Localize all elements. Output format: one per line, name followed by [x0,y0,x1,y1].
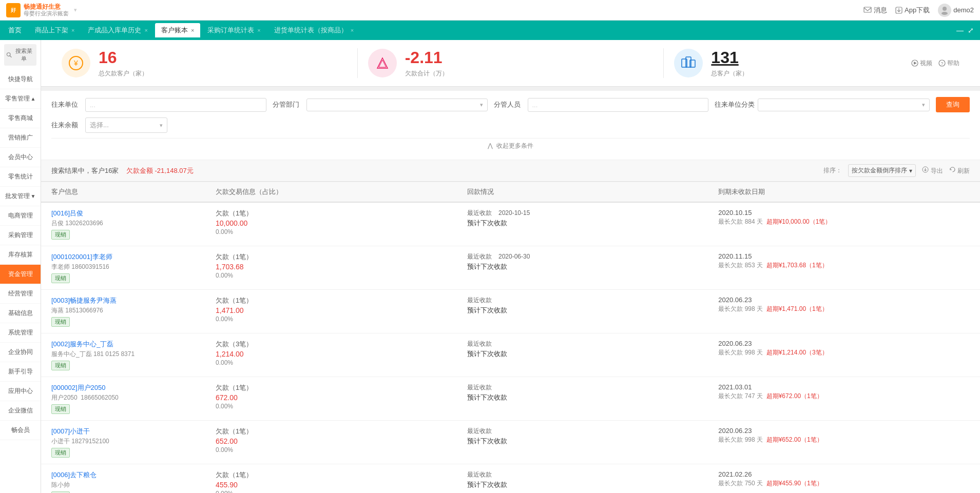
overdue-amount-link[interactable]: 超期¥672.00（1笔） [766,392,823,400]
chevron-down-icon: ▾ [480,102,483,108]
sidebar-item-enterprise-wechat[interactable]: 企业微信 [0,401,41,421]
filter-row-2: 往来余额 选择... ▾ [51,117,970,133]
header-right: 消息 App下载 demo2 [863,4,974,17]
sidebar-item-finance[interactable]: 资金管理 [0,265,41,284]
sidebar-item-marketing[interactable]: 营销推广 [0,128,41,148]
app-download-btn[interactable]: App下载 [895,6,930,15]
svg-text:¥: ¥ [73,59,78,67]
dropdown-indicator[interactable]: ▾ [74,7,77,13]
sidebar-item-basic-info[interactable]: 基础信息 [0,304,41,323]
svg-point-5 [7,53,10,56]
sidebar-item-member[interactable]: 会员中心 [0,148,41,167]
customer-tag: 现销 [51,404,70,414]
filter-from-unit: 往来单位 ... [51,98,266,112]
overdue-amount-link[interactable]: 超期¥1,703.68（1笔） [766,262,828,269]
overdue-amount-link[interactable]: 超期¥455.90（1笔） [766,480,823,487]
customer-name[interactable]: [0006]去下粮仓 [51,470,216,480]
export-btn[interactable]: 导出 [922,166,943,175]
collapse-bar[interactable]: ⋀ 收起更多条件 [51,138,970,153]
sidebar-item-vip[interactable]: 畅会员 [0,421,41,440]
total-debt-icon [368,49,397,77]
sidebar-item-inventory[interactable]: 库存核算 [0,245,41,265]
recovery-cell: 最近收款 预计下次收款 [467,296,719,315]
due-date-cell: 2020.11.15 最长欠款 853 天 超期¥1,703.68（1笔） [718,252,970,270]
sidebar-item-app-center[interactable]: 应用中心 [0,382,41,401]
video-btn[interactable]: 视频 [911,59,932,68]
customer-tag: 现销 [51,317,70,327]
minimize-btn[interactable]: — [956,26,964,34]
total-debt-value: -2.11 [405,48,448,67]
search-menu-btn[interactable]: 搜索菜单 [4,44,36,66]
sidebar-item-system[interactable]: 系统管理 [0,323,41,343]
message-btn[interactable]: 消息 [863,6,887,15]
recovery-cell: 最近收款 预计下次收款 [467,470,719,489]
customer-name[interactable]: [0003]畅捷服务尹海蒸 [51,296,216,305]
close-icon[interactable]: × [257,27,260,33]
tab-inventory-stats[interactable]: 进货单统计表（按商品） × [268,23,360,37]
sidebar-item-batch-mgmt[interactable]: 批发管理▼ [0,187,41,206]
close-icon[interactable]: × [191,27,194,33]
filter-unit-category: 往来单位分类 ▾ [715,98,930,111]
sidebar-item-quick-nav[interactable]: 快捷导航 [0,70,41,89]
chevron-down-icon: ▾ [160,122,163,129]
close-icon[interactable]: × [144,27,147,33]
from-unit-input[interactable]: ... [85,98,266,112]
overdue-amount-link[interactable]: 超期¥1,471.00（1笔） [766,305,828,312]
close-icon[interactable]: × [351,27,354,33]
tab-purchase-order[interactable]: 采购订单统计表 × [201,23,266,37]
due-date-cell: 2020.06.23 最长欠款 998 天 超期¥1,471.00（1笔） [718,296,970,313]
results-bar: 搜索结果中，客户16家 欠款金额 -21,148.07元 排序： 按欠款金额倒序… [41,160,980,182]
tab-home[interactable]: 首页 [2,23,28,37]
refresh-btn[interactable]: 刷新 [949,166,970,175]
help-icon: ? [938,60,946,67]
customer-name[interactable]: [0002]服务中心_丁磊 [51,340,216,349]
sidebar-item-retail-stats[interactable]: 零售统计 [0,167,41,187]
filter-division: 分管部门 ▾ [273,98,488,111]
search-btn[interactable]: 查询 [936,97,970,112]
overdue-amount-link[interactable]: 超期¥652.00（1笔） [766,436,823,443]
sidebar-item-ecommerce[interactable]: 电商管理 [0,206,41,226]
debt-info-cell: 欠款（1笔） 652.00 0.00% [216,427,467,453]
sidebar-item-ops[interactable]: 经营管理 [0,284,41,304]
help-btn[interactable]: ? 帮助 [938,59,959,68]
close-icon[interactable]: × [71,27,74,33]
customer-name[interactable]: [0016]吕俊 [51,209,216,218]
manager-input[interactable]: ... [528,98,709,112]
sidebar-item-purchase[interactable]: 采购管理 [0,226,41,245]
sidebar-item-newbie[interactable]: 新手引导 [0,362,41,382]
user-avatar[interactable]: demo2 [938,4,974,17]
unit-category-select[interactable]: ▾ [758,98,930,111]
total-customers-value: 131 [711,48,903,67]
due-date-cell: 2021.02.26 最长欠款 750 天 超期¥455.90（1笔） [718,470,970,488]
due-date-cell: 2020.06.23 最长欠款 998 天 超期¥1,214.00（3笔） [718,340,970,357]
customer-contact: 海蒸 18513066976 [51,306,216,315]
filter-balance: 往来余额 选择... ▾ [51,117,970,133]
due-date-cell: 2020.06.23 最长欠款 998 天 超期¥652.00（1笔） [718,427,970,444]
sidebar-item-retail-mgmt[interactable]: 零售管理▲ [0,89,41,109]
customer-contact: 吕俊 13026203696 [51,219,216,228]
sidebar-item-retail-mall[interactable]: 零售商城 [0,109,41,128]
tab-product-history[interactable]: 产成品入库单历史 × [82,23,153,37]
customer-name[interactable]: [000002]用户2050 [51,383,216,392]
overdue-amount-link[interactable]: 超期¥1,214.00（3笔） [766,349,828,356]
refresh-icon [949,166,956,173]
video-icon [911,60,918,67]
maximize-btn[interactable]: ⤢ [968,26,974,34]
tab-customer-account[interactable]: 客户账本 × [155,23,200,37]
sidebar-item-enterprise-collab[interactable]: 企业协同 [0,343,41,362]
tab-product-offshelf[interactable]: 商品上下架 × [29,23,81,37]
sort-select[interactable]: 按欠款金额倒序排序 ▾ [848,164,916,177]
overdue-amount-link[interactable]: 超期¥10,000.00（1笔） [766,218,832,225]
debt-info-cell: 欠款（1笔） 10,000.00 0.00% [216,209,467,235]
balance-select[interactable]: 选择... ▾ [85,117,167,133]
industry-label: 母婴行业演示账套 [24,10,69,17]
debt-info-cell: 欠款（1笔） 1,471.00 0.00% [216,296,467,323]
customer-name[interactable]: [0001020001]李老师 [51,252,216,262]
recovery-cell: 最近收款 预计下次收款 [467,340,719,359]
sidebar: 搜索菜单 快捷导航 零售管理▲ 零售商城 营销推广 会员中心 零售统计 批发管理… [0,40,41,493]
customer-name[interactable]: [0007]小迸干 [51,427,216,436]
data-table: 客户信息 欠款交易信息（占比） 回款情况 到期未收款日期 [0016]吕俊 吕俊… [41,182,980,493]
division-select[interactable]: ▾ [306,98,488,111]
main-layout: 搜索菜单 快捷导航 零售管理▲ 零售商城 营销推广 会员中心 零售统计 批发管理… [0,40,980,493]
table-header: 客户信息 欠款交易信息（占比） 回款情况 到期未收款日期 [41,182,980,203]
